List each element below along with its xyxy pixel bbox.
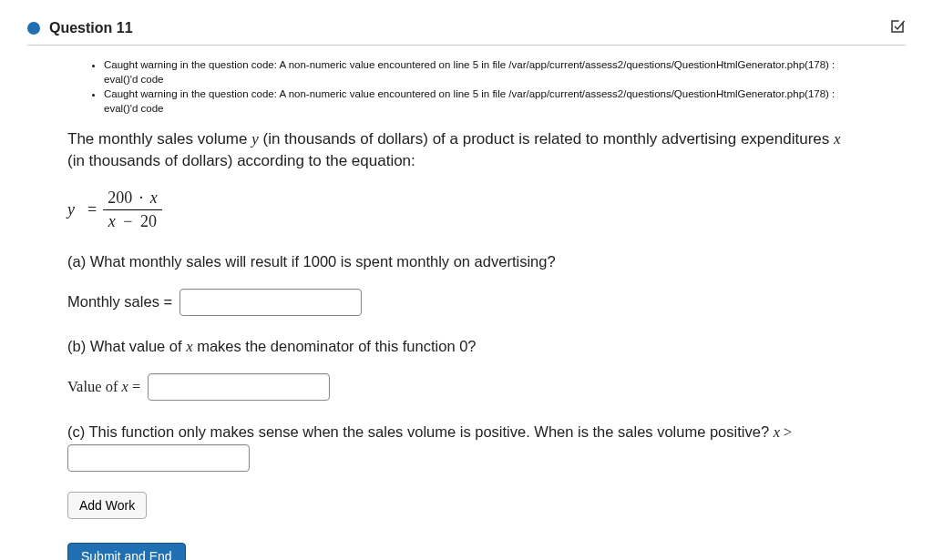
add-work-button[interactable]: Add Work — [67, 492, 147, 519]
den-var: x — [108, 212, 116, 230]
part-a-label: Monthly sales = — [67, 293, 172, 311]
part-b-answer-row: Value of x = — [67, 373, 860, 401]
num-coeff: 200 — [108, 188, 132, 207]
part-c-text: (c) This function only makes sense when … — [67, 423, 774, 440]
den-const: 20 — [140, 212, 157, 230]
status-dot-icon — [27, 22, 40, 35]
var-x: x — [834, 130, 841, 148]
var-x: x — [122, 378, 128, 395]
question-header-left: Question 11 — [27, 20, 133, 36]
fraction: 200 · x x − 20 — [102, 188, 163, 231]
var-x: x — [774, 423, 780, 441]
minus-op: − — [119, 212, 136, 230]
part-c-input[interactable] — [67, 444, 250, 472]
warning-list: Caught warning in the question code: A n… — [86, 58, 860, 116]
submit-button[interactable]: Submit and End — [67, 543, 186, 560]
part-b-text-after: makes the denominator of this function 0… — [193, 338, 477, 354]
part-b-input[interactable] — [148, 373, 330, 401]
var-y: y — [251, 130, 259, 148]
prompt-text: (in thousands of dollars) of a product i… — [259, 130, 834, 148]
gt-sign: > — [780, 423, 792, 441]
part-c-label: x > — [774, 423, 793, 441]
part-b-label: Value of x = — [67, 378, 140, 396]
warning-item: Caught warning in the question code: A n… — [104, 58, 860, 87]
question-header: Question 11 — [27, 18, 906, 46]
prompt-text: The monthly sales volume — [67, 130, 251, 148]
question-prompt: The monthly sales volume y (in thousands… — [67, 128, 860, 172]
equation-display: y = 200 · x x − 20 — [67, 188, 860, 231]
part-a-text: (a) What monthly sales will result if 10… — [67, 251, 860, 272]
dot-op: · — [137, 188, 147, 207]
num-var: x — [150, 188, 158, 207]
equals-sign: = — [128, 378, 140, 395]
fullscreen-check-icon[interactable] — [889, 18, 906, 37]
numerator: 200 · x — [102, 188, 163, 209]
question-content: Caught warning in the question code: A n… — [67, 58, 860, 560]
part-b-text-before: (b) What value of — [67, 338, 186, 354]
part-a-input[interactable] — [179, 289, 362, 316]
eq-lhs: y — [67, 200, 75, 219]
part-a-answer-row: Monthly sales = — [67, 289, 860, 316]
prompt-text: (in thousands of dollars) according to t… — [67, 152, 415, 169]
part-c: (c) This function only makes sense when … — [67, 421, 860, 472]
equals-sign: = — [87, 200, 97, 219]
warning-item: Caught warning in the question code: A n… — [104, 87, 860, 116]
part-b-label-before: Value of — [67, 378, 122, 395]
denominator: x − 20 — [103, 209, 162, 231]
question-title: Question 11 — [49, 20, 133, 36]
var-x: x — [186, 338, 192, 355]
part-b-text: (b) What value of x makes the denominato… — [67, 336, 860, 357]
